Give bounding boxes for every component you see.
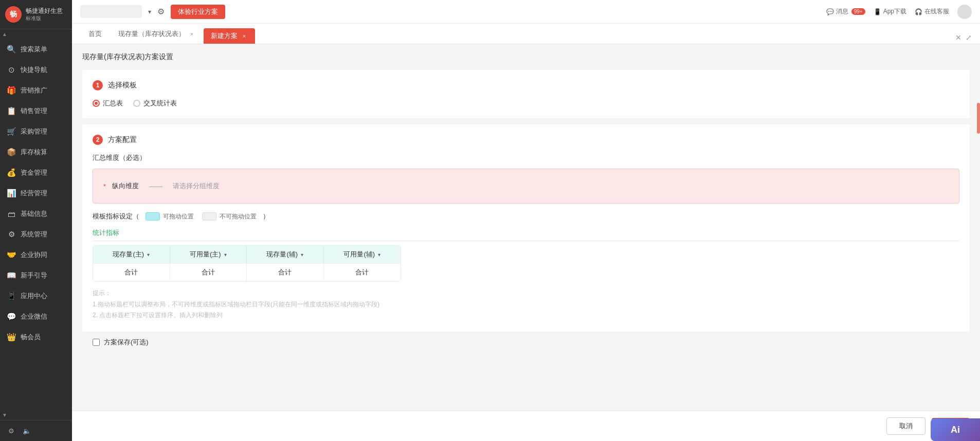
- marketing-icon: 🎁: [6, 85, 16, 96]
- draggable-legend-label: 可拖动位置: [163, 212, 194, 221]
- radio-summary-dot: [93, 100, 100, 107]
- search-menu-icon: 🔍: [6, 44, 16, 54]
- tip-2: 2. 点击标题栏下拉可设置排序、插入列和删除列: [93, 310, 959, 321]
- tab-close-btn[interactable]: ✕: [955, 33, 961, 42]
- sidebar-item-purchase[interactable]: 🛒 采购管理: [0, 121, 72, 142]
- tab-expand-btn[interactable]: ⤢: [966, 33, 972, 42]
- sidebar-item-system[interactable]: ⚙ 系统管理: [0, 224, 72, 245]
- sidebar-item-system-label: 系统管理: [21, 230, 47, 239]
- stats-col-1-header[interactable]: 现存量(主) ▾: [93, 246, 170, 263]
- inventory-icon: 📦: [6, 147, 16, 157]
- tab-home[interactable]: 首页: [80, 25, 110, 44]
- sidebar-logo: 畅 畅捷通好生意 标准版: [0, 0, 72, 29]
- sidebar-item-guide-label: 新手引导: [21, 271, 47, 280]
- sidebar-item-sales[interactable]: 📋 销售管理: [0, 101, 72, 121]
- sidebar-item-marketing[interactable]: 🎁 营销推广: [0, 80, 72, 101]
- sidebar-item-cooperation-label: 企业协同: [21, 250, 47, 260]
- tab-inventory-label: 现存量（库存状况表）: [118, 29, 185, 39]
- stats-table-header: 现存量(主) ▾ 可用量(主) ▾ 现存量(辅) ▾ 可用量(辅): [93, 246, 401, 263]
- sidebar-item-search[interactable]: 🔍 搜索菜单: [0, 39, 72, 60]
- sidebar-item-basics[interactable]: 🗃 基础信息: [0, 204, 72, 224]
- sidebar-item-operations[interactable]: 📊 经营管理: [0, 183, 72, 204]
- radio-summary[interactable]: 汇总表: [93, 99, 123, 108]
- sidebar-item-quick-nav-label: 快捷导航: [21, 65, 47, 75]
- topbar-right: 💬 消息 99+ 📱 App下载 🎧 在线客服: [826, 5, 972, 19]
- sidebar-item-wechat[interactable]: 💬 企业微信: [0, 306, 72, 327]
- cancel-button[interactable]: 取消: [886, 417, 925, 435]
- footer-sound-icon[interactable]: 🔈: [22, 426, 32, 436]
- radio-cross[interactable]: 交叉统计表: [133, 99, 177, 108]
- content-area: 现存量(库存状况表)方案设置 1 选择模板 汇总表 交叉统计表 2: [72, 44, 980, 411]
- stats-cell-1: 合计: [93, 264, 170, 281]
- sidebar-item-finance[interactable]: 💰 资金管理: [0, 162, 72, 183]
- step2-header: 2 方案配置: [93, 135, 959, 145]
- tab-expand-area: ✕ ⤢: [955, 33, 972, 44]
- required-dash: ——: [149, 182, 162, 190]
- sidebar-scroll-down[interactable]: ▼: [0, 410, 72, 420]
- stats-cell-3: 合计: [247, 264, 324, 281]
- col-1-chevron-icon: ▾: [147, 252, 150, 258]
- topbar-search-text: [85, 8, 122, 15]
- sidebar-item-sales-label: 销售管理: [21, 106, 47, 116]
- online-service-btn[interactable]: 🎧 在线客服: [915, 7, 949, 16]
- stats-col-3-header[interactable]: 现存量(辅) ▾: [247, 246, 324, 263]
- message-label: 消息: [836, 7, 848, 16]
- sidebar-item-cooperation[interactable]: 🤝 企业协同: [0, 245, 72, 265]
- app-center-icon: 📱: [6, 291, 16, 301]
- topbar-dropdown-btn[interactable]: ▾: [148, 8, 151, 15]
- indicator-settings-label: 模板指标设定（: [93, 212, 139, 221]
- stats-col-2-label: 可用量(主): [190, 250, 221, 259]
- app-download-label: App下载: [883, 7, 906, 16]
- non-draggable-legend-box: [202, 212, 216, 220]
- trial-btn[interactable]: 体验行业方案: [171, 5, 225, 19]
- sidebar-item-quick-nav[interactable]: ⊙ 快捷导航: [0, 60, 72, 80]
- message-btn[interactable]: 💬 消息 99+: [826, 7, 865, 16]
- stats-cell-2: 合计: [170, 264, 247, 281]
- dropdown-arrow-icon: ▾: [148, 8, 151, 15]
- sidebar-item-operations-label: 经营管理: [21, 189, 47, 198]
- app-name-block: 畅捷通好生意 标准版: [26, 7, 63, 23]
- step1-title: 选择模板: [108, 81, 137, 90]
- dim-placeholder[interactable]: 请选择分组维度: [173, 181, 220, 191]
- required-star: *: [103, 182, 106, 190]
- sidebar-item-inventory[interactable]: 📦 库存核算: [0, 142, 72, 162]
- member-icon: 👑: [6, 332, 16, 342]
- app-logo-icon: 畅: [5, 6, 22, 23]
- stats-title: 统计指标: [93, 228, 959, 241]
- system-icon: ⚙: [6, 229, 16, 240]
- sidebar-item-member[interactable]: 👑 畅会员: [0, 327, 72, 347]
- avatar[interactable]: [957, 5, 972, 19]
- topbar: ▾ ⚙ 体验行业方案 💬 消息 99+ 📱 App下载 🎧 在线客服: [72, 0, 980, 24]
- stats-cell-4: 合计: [324, 264, 401, 281]
- step2-section: 2 方案配置 汇总维度（必选） * 纵向维度 —— 请选择分组维度 模板指标设定…: [82, 124, 970, 332]
- wechat-icon: 💬: [6, 311, 16, 322]
- sidebar-item-basics-label: 基础信息: [21, 209, 47, 218]
- required-dim-area[interactable]: * 纵向维度 —— 请选择分组维度: [93, 169, 959, 204]
- stats-col-4-header[interactable]: 可用量(辅) ▾: [324, 246, 401, 263]
- stats-col-2-header[interactable]: 可用量(主) ▾: [170, 246, 247, 263]
- tab-inventory[interactable]: 现存量（库存状况表） ×: [110, 25, 204, 44]
- save-checkbox[interactable]: [93, 339, 100, 346]
- app-download-btn[interactable]: 📱 App下载: [874, 7, 906, 16]
- sidebar-item-guide[interactable]: 📖 新手引导: [0, 265, 72, 286]
- main-area: ▾ ⚙ 体验行业方案 💬 消息 99+ 📱 App下载 🎧 在线客服 首页: [72, 0, 980, 441]
- topbar-settings-btn[interactable]: ⚙: [157, 7, 165, 16]
- service-label: 在线客服: [924, 7, 949, 16]
- tab-inventory-close[interactable]: ×: [188, 30, 195, 38]
- radio-cross-label: 交叉统计表: [143, 99, 177, 108]
- tab-new-scheme-close[interactable]: ×: [241, 32, 248, 40]
- footer-settings-icon[interactable]: ⚙: [6, 426, 16, 436]
- col-4-chevron-icon: ▾: [378, 252, 380, 258]
- sidebar-item-app-center[interactable]: 📱 应用中心: [0, 286, 72, 306]
- ai-badge[interactable]: Ai: [931, 418, 980, 441]
- tab-new-scheme[interactable]: 新建方案 ×: [204, 28, 255, 44]
- col-2-chevron-icon: ▾: [224, 252, 227, 258]
- sidebar-scroll-up[interactable]: ▲: [0, 29, 72, 39]
- sidebar-nav: 🔍 搜索菜单 ⊙ 快捷导航 🎁 营销推广 📋 销售管理 🛒 采购管理 📦 库存核…: [0, 39, 72, 410]
- stats-table: 现存量(主) ▾ 可用量(主) ▾ 现存量(辅) ▾ 可用量(辅): [93, 245, 401, 282]
- finance-icon: 💰: [6, 168, 16, 178]
- sidebar-item-purchase-label: 采购管理: [21, 127, 47, 136]
- page-title: 现存量(库存状况表)方案设置: [82, 52, 970, 62]
- message-badge: 99+: [851, 8, 865, 15]
- sales-icon: 📋: [6, 106, 16, 116]
